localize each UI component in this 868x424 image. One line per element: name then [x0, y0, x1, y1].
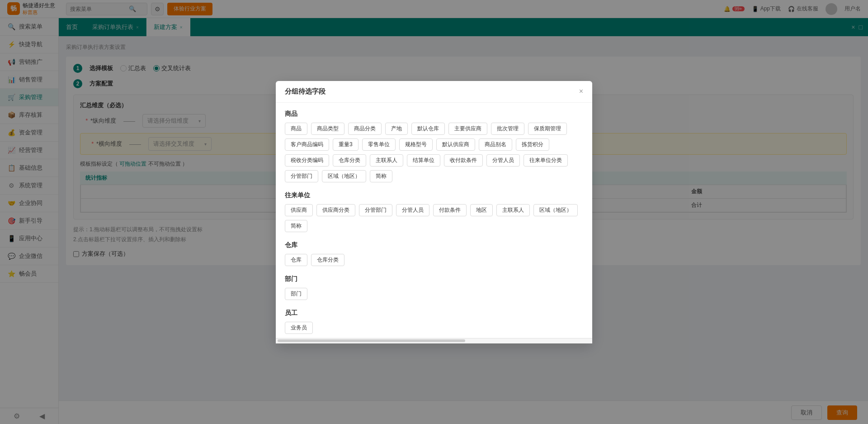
- field-tag[interactable]: 保质期管理: [528, 123, 567, 135]
- field-tag[interactable]: 仓库分类: [311, 254, 344, 266]
- field-tag[interactable]: 区域（地区）: [533, 204, 578, 216]
- field-group-title-employee: 员工: [285, 309, 583, 317]
- field-group-product: 商品 商品 商品类型 商品分类 产地 默认仓库 主要供应商 批次管理 保质期管理…: [285, 110, 583, 182]
- field-tag[interactable]: 批次管理: [491, 123, 524, 135]
- field-tag[interactable]: 区域（地区）: [322, 170, 366, 182]
- field-tag[interactable]: 供应商分类: [316, 204, 355, 216]
- field-tag[interactable]: 主要供应商: [448, 123, 487, 135]
- field-tag[interactable]: 分管人员: [396, 204, 429, 216]
- modal-overlay: 分组待选字段 × 商品 商品 商品类型 商品分类 产地 默认仓库 主要供应商 批…: [0, 0, 868, 424]
- field-tags-warehouse: 仓库 仓库分类: [285, 254, 583, 266]
- field-tag[interactable]: 默认供应商: [436, 138, 475, 151]
- field-tags-partner: 供应商 供应商分类 分管部门 分管人员 付款条件 地区 主联系人 区域（地区） …: [285, 204, 583, 232]
- field-group-employee: 员工 业务员: [285, 309, 583, 334]
- field-tag[interactable]: 仓库: [285, 254, 307, 266]
- field-tag[interactable]: 重量3: [333, 138, 359, 151]
- field-tag[interactable]: 主联系人: [496, 204, 530, 216]
- field-tag[interactable]: 部门: [285, 288, 307, 300]
- field-tag[interactable]: 商品别名: [479, 138, 512, 151]
- field-group-dept: 部门 部门: [285, 275, 583, 300]
- modal-title: 分组待选字段: [285, 87, 326, 96]
- field-tag[interactable]: 仓库分类: [333, 154, 366, 167]
- field-group-title-product: 商品: [285, 110, 583, 118]
- field-tag[interactable]: 简称: [285, 220, 307, 232]
- field-tag[interactable]: 业务员: [285, 322, 313, 334]
- field-select-modal: 分组待选字段 × 商品 商品 商品类型 商品分类 产地 默认仓库 主要供应商 批…: [276, 81, 592, 343]
- field-tags-product: 商品 商品类型 商品分类 产地 默认仓库 主要供应商 批次管理 保质期管理 客户…: [285, 123, 583, 182]
- field-tag[interactable]: 地区: [470, 204, 493, 216]
- field-tag[interactable]: 税收分类编码: [285, 154, 329, 167]
- field-tag[interactable]: 供应商: [285, 204, 313, 216]
- field-tag[interactable]: 拣货积分: [516, 138, 549, 151]
- field-tag[interactable]: 往来单位分类: [524, 154, 568, 167]
- field-tag[interactable]: 主联系人: [370, 154, 403, 167]
- field-tag[interactable]: 收付款条件: [444, 154, 483, 167]
- field-tag[interactable]: 分管部门: [285, 170, 318, 182]
- field-tags-employee: 业务员: [285, 322, 583, 334]
- field-group-partner: 往来单位 供应商 供应商分类 分管部门 分管人员 付款条件 地区 主联系人 区域…: [285, 191, 583, 232]
- field-tag[interactable]: 分管部门: [359, 204, 392, 216]
- field-tag[interactable]: 商品: [285, 123, 307, 135]
- field-group-title-partner: 往来单位: [285, 191, 583, 200]
- field-tag[interactable]: 商品分类: [348, 123, 382, 135]
- field-group-title-dept: 部门: [285, 275, 583, 283]
- field-tag[interactable]: 规格型号: [399, 138, 433, 151]
- field-tag[interactable]: 商品类型: [311, 123, 344, 135]
- modal-scrollbar-h[interactable]: [276, 338, 592, 343]
- field-tag[interactable]: 简称: [370, 170, 392, 182]
- field-tags-dept: 部门: [285, 288, 583, 300]
- field-group-warehouse: 仓库 仓库 仓库分类: [285, 241, 583, 266]
- modal-header: 分组待选字段 ×: [276, 81, 592, 103]
- field-tag[interactable]: 付款条件: [433, 204, 467, 216]
- field-tag[interactable]: 分管人员: [486, 154, 520, 167]
- field-group-title-warehouse: 仓库: [285, 241, 583, 249]
- field-tag[interactable]: 零售单位: [362, 138, 396, 151]
- field-tag[interactable]: 产地: [385, 123, 408, 135]
- field-tag[interactable]: 客户商品编码: [285, 138, 329, 151]
- modal-close-button[interactable]: ×: [579, 87, 583, 95]
- field-tag[interactable]: 默认仓库: [411, 123, 445, 135]
- modal-body: 商品 商品 商品类型 商品分类 产地 默认仓库 主要供应商 批次管理 保质期管理…: [276, 103, 592, 338]
- field-tag[interactable]: 结算单位: [407, 154, 440, 167]
